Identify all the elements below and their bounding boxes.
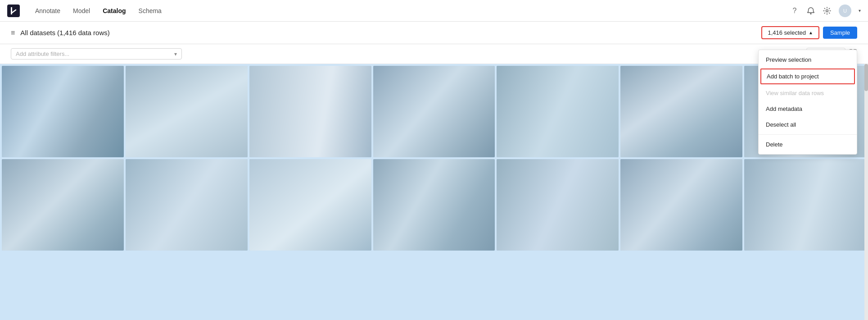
dropdown-item-delete[interactable]: Delete bbox=[759, 137, 857, 152]
scrollbar-track[interactable] bbox=[864, 64, 868, 320]
scrollbar-thumb[interactable] bbox=[864, 64, 868, 91]
list-item[interactable] bbox=[744, 159, 866, 251]
selected-chevron-icon: ▲ bbox=[809, 30, 813, 35]
dropdown-item-preview[interactable]: Preview selection bbox=[759, 52, 857, 68]
list-item[interactable] bbox=[2, 66, 124, 157]
selected-count-label: 1,416 selected bbox=[768, 29, 806, 36]
list-item[interactable] bbox=[2, 159, 124, 251]
dropdown-item-add-metadata[interactable]: Add metadata bbox=[759, 101, 857, 117]
notifications-icon[interactable] bbox=[806, 6, 815, 15]
filter-input[interactable]: Add attribute filters... ▾ bbox=[11, 48, 182, 59]
avatar-chevron[interactable]: ▾ bbox=[859, 8, 861, 13]
settings-icon[interactable] bbox=[823, 6, 832, 15]
page-header: ≡ All datasets (1,416 data rows) 1,416 s… bbox=[0, 22, 868, 44]
dropdown-divider bbox=[759, 134, 857, 135]
menu-icon[interactable]: ≡ bbox=[11, 29, 15, 37]
list-item[interactable] bbox=[620, 159, 742, 251]
grid-area bbox=[0, 64, 868, 320]
list-item[interactable] bbox=[126, 159, 248, 251]
list-item[interactable] bbox=[126, 66, 248, 157]
logo[interactable] bbox=[7, 5, 20, 17]
list-item[interactable] bbox=[249, 66, 371, 157]
dropdown-item-deselect-all[interactable]: Deselect all bbox=[759, 117, 857, 133]
list-item[interactable] bbox=[373, 66, 495, 157]
dropdown-menu: Preview selection Add batch to project V… bbox=[758, 50, 857, 155]
svg-point-2 bbox=[826, 9, 828, 12]
nav-catalog[interactable]: Catalog bbox=[102, 5, 127, 16]
nav-model[interactable]: Model bbox=[72, 5, 91, 16]
dropdown-item-view-similar: View similar data rows bbox=[759, 85, 857, 101]
image-grid bbox=[0, 64, 868, 252]
list-item[interactable] bbox=[497, 159, 619, 251]
dropdown-item-add-batch[interactable]: Add batch to project bbox=[760, 69, 855, 84]
list-item[interactable] bbox=[497, 66, 619, 157]
svg-rect-0 bbox=[7, 5, 20, 17]
nav-annotate[interactable]: Annotate bbox=[34, 5, 61, 16]
sample-button[interactable]: Sample bbox=[823, 27, 857, 39]
list-item[interactable] bbox=[373, 159, 495, 251]
content-area: ≡ All datasets (1,416 data rows) 1,416 s… bbox=[0, 22, 868, 320]
svg-point-1 bbox=[810, 13, 812, 14]
selected-dropdown-button[interactable]: 1,416 selected ▲ bbox=[761, 26, 819, 39]
page-header-right: 1,416 selected ▲ Preview selection Add b… bbox=[761, 26, 857, 39]
filter-bar: Add attribute filters... ▾ Display bbox=[0, 44, 868, 64]
list-item[interactable] bbox=[620, 66, 742, 157]
avatar[interactable]: U bbox=[839, 5, 851, 17]
help-icon[interactable]: ? bbox=[790, 6, 799, 15]
filter-placeholder: Add attribute filters... bbox=[16, 50, 174, 57]
navbar-right: ? U ▾ bbox=[790, 5, 861, 17]
filter-arrow-icon: ▾ bbox=[174, 51, 177, 57]
list-item[interactable] bbox=[249, 159, 371, 251]
navbar: Annotate Model Catalog Schema ? U ▾ bbox=[0, 0, 868, 22]
page-title: All datasets (1,416 data rows) bbox=[20, 29, 109, 37]
nav-schema[interactable]: Schema bbox=[138, 5, 163, 16]
